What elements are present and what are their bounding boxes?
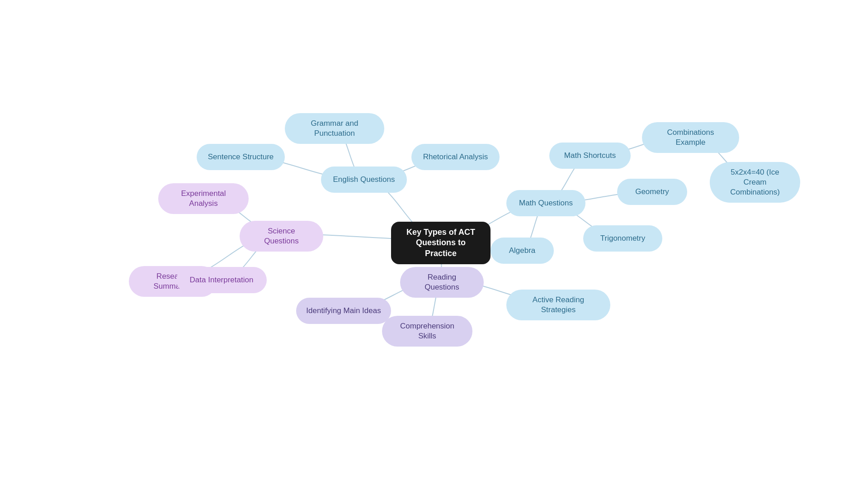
node-reading[interactable]: Reading Questions (400, 267, 484, 298)
node-rhetorical[interactable]: Rhetorical Analysis (411, 144, 500, 170)
node-dataint[interactable]: Data Interpretation (176, 267, 267, 293)
node-experimental[interactable]: Experimental Analysis (158, 183, 249, 214)
node-math[interactable]: Math Questions (506, 190, 585, 216)
node-mathshort[interactable]: Math Shortcuts (549, 143, 631, 169)
mindmap-container: Key Types of ACT Questions to PracticeEn… (0, 0, 868, 490)
node-science[interactable]: Science Questions (240, 221, 323, 252)
node-geometry[interactable]: Geometry (617, 179, 687, 205)
node-icecream[interactable]: 5x2x4=40 (Ice Cream Combinations) (710, 162, 800, 203)
node-sentence[interactable]: Sentence Structure (197, 144, 285, 170)
node-algebra[interactable]: Algebra (491, 238, 554, 264)
node-trig[interactable]: Trigonometry (583, 225, 662, 252)
node-mainideas[interactable]: Identifying Main Ideas (296, 298, 391, 324)
node-activereading[interactable]: Active Reading Strategies (506, 290, 610, 320)
node-english[interactable]: English Questions (321, 167, 407, 193)
node-center[interactable]: Key Types of ACT Questions to Practice (391, 222, 491, 264)
node-comprehension[interactable]: Comprehension Skills (382, 316, 472, 347)
node-grammar[interactable]: Grammar and Punctuation (285, 113, 384, 144)
node-combinations[interactable]: Combinations Example (642, 122, 739, 153)
